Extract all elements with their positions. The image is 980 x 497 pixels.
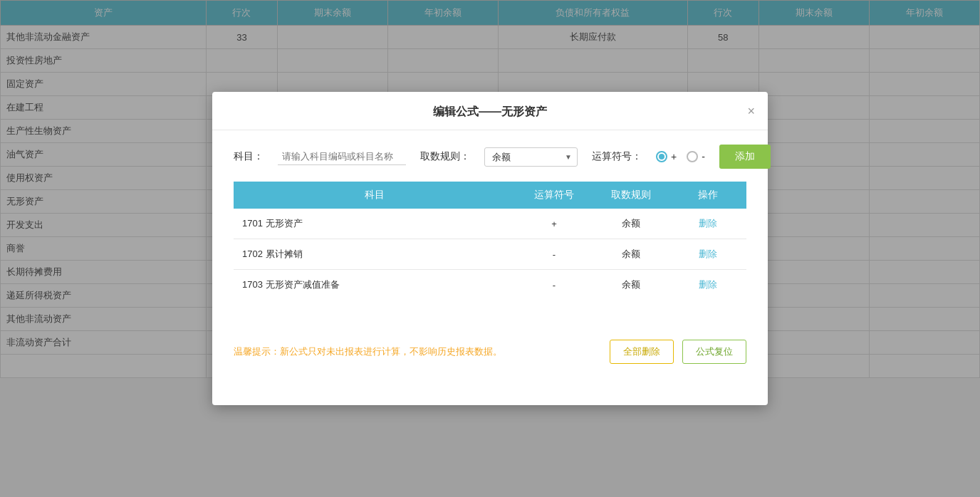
form-row: 科目： 取数规则： 余额 借方发生额 贷方发生额 借方累计发生额 贷方累计发生额… bbox=[234, 145, 746, 169]
col-header-subject: 科目 bbox=[234, 182, 516, 209]
reset-formula-button[interactable]: 公式复位 bbox=[682, 340, 746, 364]
subject-input[interactable] bbox=[278, 148, 406, 165]
formula-rule-cell: 余额 bbox=[593, 239, 669, 270]
formula-subject-cell: 1701 无形资产 bbox=[234, 209, 516, 239]
delete-row-link[interactable]: 删除 bbox=[699, 218, 717, 229]
modal-body: 科目： 取数规则： 余额 借方发生额 贷方发生额 借方累计发生额 贷方累计发生额… bbox=[212, 130, 768, 328]
table-row: 1702 累计摊销-余额删除 bbox=[234, 239, 746, 270]
modal-overlay: 编辑公式——无形资产 × 科目： 取数规则： 余额 借方发生额 贷方发生额 借方… bbox=[0, 0, 980, 497]
modal-title: 编辑公式——无形资产 bbox=[433, 105, 547, 120]
operator-label: 运算符号： bbox=[592, 150, 642, 163]
formula-table: 科目 运算符号 取数规则 操作 1701 无形资产+余额删除1702 累计摊销-… bbox=[234, 182, 746, 300]
modal-close-button[interactable]: × bbox=[747, 105, 755, 117]
col-header-operator: 运算符号 bbox=[516, 182, 593, 209]
operator-plus-radio[interactable]: + bbox=[656, 151, 677, 162]
formula-action-cell: 删除 bbox=[669, 270, 746, 300]
operator-minus-circle bbox=[687, 151, 698, 162]
formula-action-cell: 删除 bbox=[669, 209, 746, 239]
delete-row-link[interactable]: 删除 bbox=[699, 279, 717, 290]
operator-radio-group: + - bbox=[656, 151, 705, 162]
rule-select[interactable]: 余额 借方发生额 贷方发生额 借方累计发生额 贷方累计发生额 bbox=[484, 147, 578, 167]
operator-minus-radio[interactable]: - bbox=[687, 151, 705, 162]
col-header-action: 操作 bbox=[669, 182, 746, 209]
col-header-rule: 取数规则 bbox=[593, 182, 669, 209]
formula-operator-cell: + bbox=[516, 209, 593, 239]
table-row: 1703 无形资产减值准备-余额删除 bbox=[234, 270, 746, 300]
formula-rule-cell: 余额 bbox=[593, 270, 669, 300]
tip-text: 温馨提示：新公式只对未出报表进行计算，不影响历史报表数据。 bbox=[234, 345, 502, 358]
operator-plus-circle bbox=[656, 151, 667, 162]
formula-action-cell: 删除 bbox=[669, 239, 746, 270]
footer-buttons: 全部删除 公式复位 bbox=[610, 340, 746, 364]
modal-dialog: 编辑公式——无形资产 × 科目： 取数规则： 余额 借方发生额 贷方发生额 借方… bbox=[212, 92, 768, 405]
subject-label: 科目： bbox=[234, 150, 264, 163]
formula-subject-cell: 1702 累计摊销 bbox=[234, 239, 516, 270]
operator-minus-label: - bbox=[702, 151, 705, 162]
add-button[interactable]: 添加 bbox=[719, 145, 771, 169]
table-row: 1701 无形资产+余额删除 bbox=[234, 209, 746, 239]
rule-label: 取数规则： bbox=[420, 150, 470, 163]
delete-all-button[interactable]: 全部删除 bbox=[610, 340, 674, 364]
formula-operator-cell: - bbox=[516, 270, 593, 300]
operator-plus-label: + bbox=[671, 151, 677, 162]
modal-footer: 温馨提示：新公式只对未出报表进行计算，不影响历史报表数据。 全部删除 公式复位 bbox=[212, 328, 768, 378]
rule-select-wrap: 余额 借方发生额 贷方发生额 借方累计发生额 贷方累计发生额 ▼ bbox=[484, 147, 578, 167]
delete-row-link[interactable]: 删除 bbox=[699, 248, 717, 259]
formula-operator-cell: - bbox=[516, 239, 593, 270]
modal-header: 编辑公式——无形资产 × bbox=[212, 92, 768, 130]
formula-rule-cell: 余额 bbox=[593, 209, 669, 239]
formula-subject-cell: 1703 无形资产减值准备 bbox=[234, 270, 516, 300]
